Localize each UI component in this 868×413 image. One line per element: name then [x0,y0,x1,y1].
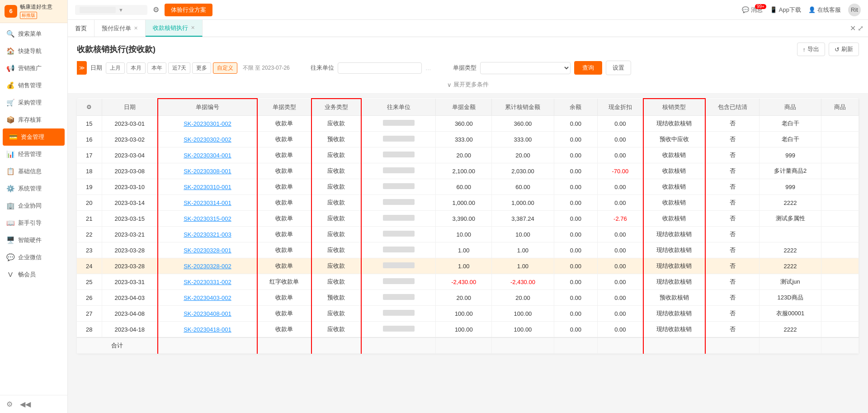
7days-button[interactable]: 近7天 [168,62,190,74]
cell-idx: 17 [77,147,102,163]
col-doc-type-header[interactable]: 单据类型 [257,99,311,116]
col-date-header[interactable]: 日期 [102,99,158,116]
sidebar-item-search[interactable]: 🔍 搜索菜单 [0,25,67,43]
col-balance-header[interactable]: 余额 [554,99,597,116]
this-month-button[interactable]: 本月 [127,62,146,74]
partner-input[interactable] [338,62,422,74]
doc-no-link[interactable]: SK-20230321-003 [184,231,231,238]
table-row: 28 2023-04-18 SK-20230418-001 收款单 应收款 10… [77,322,859,338]
doc-no-link[interactable]: SK-20230331-002 [184,279,231,285]
cell-balance: 0.00 [554,306,597,322]
cell-cum-verify: 2,030.00 [492,163,554,179]
sidebar-item-operations[interactable]: 📊 经营管理 [0,146,67,163]
cell-product2 [821,322,859,338]
cell-product2 [821,306,859,322]
doc-type-select[interactable] [480,62,571,74]
sidebar-item-wechat[interactable]: 💬 企业微信 [0,249,67,266]
tab-verify[interactable]: 收款核销执行 ✕ [146,20,203,37]
cell-include-settled: 否 [705,242,759,258]
maximize-tab-button[interactable]: ⤢ [858,24,863,33]
sidebar-item-purchase[interactable]: 🛒 采购管理 [0,94,67,111]
sidebar-item-guide[interactable]: 📖 新手引导 [0,214,67,232]
table-footer-row: 合计 [77,337,859,354]
doc-no-link[interactable]: SK-20230403-002 [184,294,231,301]
cell-doc-no: SK-20230328-002 [158,258,257,274]
col-doc-no-header[interactable]: 单据编号 [158,99,257,116]
cell-partner [361,227,436,242]
cell-verify-type: 收款核销 [643,179,706,195]
doc-no-link[interactable]: SK-20230301-002 [184,120,231,127]
col-product2-header[interactable]: 商品 [821,99,859,116]
this-year-button[interactable]: 本年 [147,62,166,74]
app-download-button[interactable]: 📱 App下载 [770,6,801,14]
messages-button[interactable]: 💬 消息 99+ [742,6,763,14]
page-title: 收款核销执行(按收款) [77,44,156,55]
col-product-header[interactable]: 商品 [759,99,821,116]
query-button[interactable]: 查询 [574,61,602,75]
col-verify-type-header[interactable]: 核销类型 [643,99,706,116]
tab-prepay[interactable]: 预付应付单 ✕ [94,20,146,37]
doc-no-link[interactable]: SK-20230418-001 [184,326,231,333]
doc-no-link[interactable]: SK-20230408-001 [184,310,231,317]
sidebar-item-finance[interactable]: 💳 资金管理 [3,128,65,146]
sidebar-item-marketing[interactable]: 📢 营销推广 [0,60,67,77]
sidebar-item-sales[interactable]: 💰 销售管理 [0,77,67,94]
cell-verify-type: 现结收款核销 [643,322,706,338]
cell-include-settled: 否 [705,132,759,147]
col-biz-type-header[interactable]: 业务类型 [311,99,361,116]
col-discount-header[interactable]: 现金折扣 [598,99,643,116]
cell-include-settled: 否 [705,195,759,211]
doc-no-link[interactable]: SK-20230304-001 [184,152,231,159]
sidebar-item-member[interactable]: V 畅会员 [0,266,67,283]
settings-bottom-icon[interactable]: ⚙ [6,400,13,408]
col-settings-header[interactable]: ⚙ [77,99,102,116]
col-include-header[interactable]: 包含已结清 [705,99,759,116]
cell-product2 [821,163,859,179]
close-tab-prepay-icon[interactable]: ✕ [134,25,138,31]
brand-selector[interactable]: ▼ [75,5,147,15]
cell-cum-verify: 3,387.24 [492,211,554,227]
doc-no-link[interactable]: SK-20230302-002 [184,136,231,143]
gear-icon[interactable]: ⚙ [153,5,159,14]
doc-no-link[interactable]: SK-20230314-001 [184,199,231,206]
online-service-button[interactable]: 👤 在线客服 [808,6,841,14]
user-avatar[interactable]: Rit [848,4,861,16]
custom-button[interactable]: 自定义 [213,62,237,74]
col-cum-amount-header[interactable]: 累计核销金额 [492,99,554,116]
sidebar-item-basics[interactable]: 📋 基础信息 [0,163,67,180]
sidebar-item-shortcut[interactable]: 🏠 快捷导航 [0,43,67,60]
doc-no-link[interactable]: SK-20230308-001 [184,168,231,175]
cell-date: 2023-03-28 [102,242,158,258]
sidebar-item-system[interactable]: ⚙️ 系统管理 [0,180,67,197]
collapse-icon[interactable]: ◀◀ [20,400,31,408]
last-month-button[interactable]: 上月 [106,62,125,74]
close-tab-button[interactable]: ✕ [850,24,856,33]
cell-include-settled: 否 [705,274,759,290]
cell-product: 测试多属性 [759,211,821,227]
sidebar-item-inventory[interactable]: 📦 库存核算 [0,111,67,128]
sidebar-item-enterprise[interactable]: 🏢 企业协同 [0,197,67,214]
filter-expand-area: ∨ 展开更多条件 [77,81,859,89]
cell-include-settled: 否 [705,211,759,227]
expand-more-button[interactable]: ∨ 展开更多条件 [447,81,489,89]
tab-home[interactable]: 首页 [68,20,94,37]
doc-no-link[interactable]: SK-20230315-002 [184,215,231,222]
doc-no-link[interactable]: SK-20230328-001 [184,247,231,254]
doc-no-link[interactable]: SK-20230310-001 [184,184,231,190]
solution-button[interactable]: 体验行业方案 [165,4,212,16]
col-partner-header[interactable]: 往来单位 [361,99,436,116]
doc-no-link[interactable]: SK-20230328-002 [184,263,231,270]
cell-product2 [821,227,859,242]
settings-button[interactable]: 设置 [606,61,631,75]
cell-cum-verify: 60.00 [492,179,554,195]
more-button[interactable]: 更多 [192,62,211,74]
refresh-button[interactable]: ↺ 刷新 [829,43,859,56]
filter-toggle-button[interactable]: ≫ [77,61,87,75]
export-button[interactable]: ↑ 导出 [797,43,826,56]
col-amount-header[interactable]: 单据金额 [436,99,492,116]
cell-cum-verify: 100.00 [492,322,554,338]
close-tab-verify-icon[interactable]: ✕ [191,25,195,31]
sidebar-item-hardware[interactable]: 🖥️ 智能硬件 [0,232,67,249]
message-icon: 💬 [742,6,749,13]
cell-doc-no: SK-20230403-002 [158,290,257,306]
